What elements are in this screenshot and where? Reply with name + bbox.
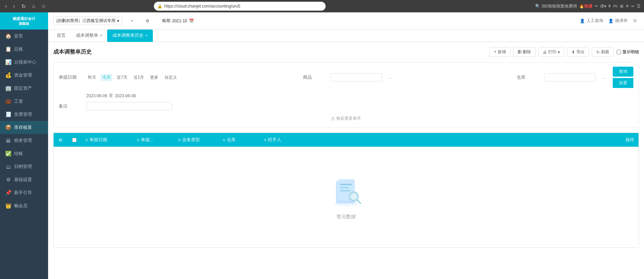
th-date[interactable]: ⇅ 单据日期 [81,137,133,143]
nav-icon-1: 📋 [5,46,11,52]
page-tabs: 首页成本调整单 ×成本调整单历史 × [48,30,644,42]
nav-label-12: 新手引导 [14,190,32,196]
sort-icon: ⇅ [85,138,88,142]
nav-label-13: 畅会员 [14,203,27,209]
goods-input[interactable] [330,73,382,81]
refresh-button[interactable]: ↻ [20,2,27,10]
column-settings-button[interactable]: ⚙ [54,137,67,143]
home-button[interactable]: ⌂ [30,2,37,10]
select-all-checkbox-container[interactable] [67,138,81,142]
tool8[interactable]: ☰ [637,4,641,9]
warehouse-more[interactable]: ... [602,75,606,80]
display-detail-toggle[interactable]: 显示明细 [617,49,639,55]
back-button[interactable]: ‹ [3,2,9,10]
svg-rect-4 [340,187,349,188]
sort-icon3: ⇅ [178,138,181,142]
query-button[interactable]: 查询 [613,67,633,77]
th-number[interactable]: ⇅ 单据... [133,137,174,143]
sidebar-item-归档管理[interactable]: 🗂归档管理 [0,160,48,173]
tab-close-1[interactable]: × [100,33,102,37]
sidebar-item-新手引导[interactable]: 📌新手引导 [0,186,48,199]
sidebar-item-结账[interactable]: ✅结账 [0,147,48,160]
nav-label-2: 云报表中心 [14,59,36,65]
tool1[interactable]: ✂ [595,4,598,9]
th-operator[interactable]: ⇅ 经手人 [260,137,301,143]
calendar-icon[interactable]: 📅 [189,19,194,23]
sidebar-item-固定资产[interactable]: 🏢固定资产 [0,82,48,95]
th-warehouse[interactable]: ⇅ 仓库 [218,137,260,143]
date-shortcut-2[interactable]: 近7天 [115,74,129,81]
tool3[interactable]: ¥ [608,4,611,9]
nav-label-4: 固定资产 [14,85,32,91]
help-button[interactable]: 👤 人工咨询 [580,18,603,24]
page-tab-1[interactable]: 成本调整单 × [71,30,107,42]
goods-more[interactable]: ... [389,75,392,80]
star-button[interactable]: ☆ [39,2,48,10]
nav-icon-0: 🏠 [5,33,11,39]
date-shortcut-4[interactable]: 更多 [148,74,160,81]
tool5[interactable]: ⊞ [620,4,623,9]
page-tab-0[interactable]: 首页 [52,30,71,42]
filter-row-date: 单据日期 昨天今天近7天近1月更多自定义 商品 ... 仓库 ... 查询 设置 [59,67,633,88]
sidebar-item-总账[interactable]: 📋总账 [0,43,48,56]
sidebar-item-税务管理[interactable]: 🏛税务管理 [0,134,48,147]
nav-icon-10: 🗂 [5,164,11,170]
sidebar-item-畅会员[interactable]: 👑畅会员 [0,199,48,212]
tool4[interactable]: 🎮 [613,4,618,9]
sort-icon5: ⇅ [264,138,267,142]
delete-button[interactable]: 删 删除 [513,47,535,57]
th-biztype[interactable]: ⇅ 业务类型 [174,137,218,143]
refresh-icon: ↻ [596,50,600,55]
date-filter-label: 单据日期 [59,74,79,80]
print-button[interactable]: 🖨 打印 ▾ [538,47,564,57]
table-container: ⚙ ⇅ 单据日期 ⇅ 单据... ⇅ 业务类型 [53,133,639,248]
hot-search[interactable]: 🔥热搜 [579,3,592,9]
nav-label-8: 税务管理 [14,137,32,144]
sidebar-item-工资[interactable]: 💼工资 [0,95,48,108]
add-account-button[interactable]: ＋ [126,16,138,25]
help-icon: 👤 [580,19,585,23]
table-header: ⚙ ⇅ 单据日期 ⇅ 单据... ⇅ 业务类型 [54,133,639,147]
sidebar-item-库存核算[interactable]: 📦库存核算 [0,121,48,134]
goods-filter-label: 商品 [303,74,324,80]
nav-label-1: 总账 [14,46,23,52]
select-all-checkbox[interactable] [72,138,77,142]
empty-icon [329,174,363,209]
forward-button[interactable]: › [11,2,16,10]
settings-button[interactable]: 设置 [613,78,633,88]
tool2[interactable]: 译▾ [600,3,606,9]
close-window-button[interactable]: ✕ [631,17,639,25]
browser-chrome: ‹ › ↻ ⌂ ☆ 🔒 https://cloud.chanjet.com/ac… [0,0,644,12]
tab-close-2[interactable]: × [145,33,147,37]
export-button[interactable]: ⬆ 导出 [567,47,589,57]
sidebar-item-云报表中心[interactable]: 📊云报表中心 [0,56,48,69]
url-bar[interactable]: 🔒 https://cloud.chanjet.com/accounting/u… [154,2,326,11]
refresh-page-button[interactable]: ↻ 刷新 [592,47,614,57]
sidebar-item-发票管理[interactable]: 🧾发票管理 [0,108,48,121]
date-shortcut-5[interactable]: 自定义 [163,74,179,81]
date-shortcut-1[interactable]: 今天 [101,74,112,81]
tool6[interactable]: ☀ [625,4,629,9]
svg-point-7 [350,193,357,200]
date-shortcut-0[interactable]: 昨天 [86,74,98,81]
period-info: 账期 2021-10 📅 [162,18,194,24]
notes-filter-label: 备注 [59,103,79,109]
sidebar-item-基础设置[interactable]: ⚙基础设置 [0,173,48,186]
warehouse-input[interactable] [544,73,596,81]
search-tool[interactable]: 🔍 360智能抠图免费用 [535,3,577,9]
tool7[interactable]: ↩ [631,4,635,9]
display-detail-checkbox[interactable] [617,50,621,54]
date-shortcut-3[interactable]: 近1月 [132,74,146,81]
collapse-button[interactable]: ⋀ 收起更多条件 [329,114,363,123]
user-info[interactable]: 👤 徐泽华 [608,18,628,24]
nav-icon-3: 💰 [5,72,11,78]
sidebar-item-首页[interactable]: 🏠首页 [0,30,48,43]
new-button[interactable]: + 新增 [489,47,510,57]
account-selector[interactable]: (勿删勿禁用）江西服宝测试专用 ▾ [53,16,122,25]
nav-icon-4: 🏢 [5,85,11,91]
settings-icon[interactable]: ⚙ [142,17,154,25]
notes-input[interactable] [86,102,172,110]
sidebar-item-资金管理[interactable]: 💰资金管理 [0,69,48,82]
page-tab-2[interactable]: 成本调整单历史 × [107,30,152,42]
nav-icon-9: ✅ [5,150,11,157]
